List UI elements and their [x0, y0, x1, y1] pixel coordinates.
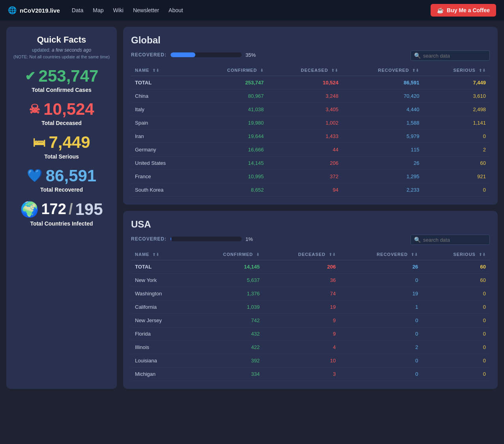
cell-serious: 0 [422, 341, 490, 354]
cell-recovered: 1,588 [342, 116, 423, 130]
cell-name: France [131, 170, 195, 183]
cell-deceased: 1,002 [268, 116, 342, 130]
recovered-label: Total Recovered [13, 187, 111, 193]
cell-serious: 0 [422, 287, 490, 300]
usa-col-deceased: DECEASED ⬆⬇ [264, 249, 340, 260]
cell-serious: 60 [422, 260, 490, 274]
serious-value: 🛏 7,449 [13, 133, 111, 151]
cell-serious: 0 [422, 327, 490, 341]
global-search-box[interactable]: 🔍 [410, 50, 490, 61]
cell-serious: 0 [422, 354, 490, 368]
confirmed-value: ✔ 253,747 [13, 67, 111, 85]
cell-recovered: 86,591 [342, 76, 423, 90]
nav-wiki[interactable]: Wiki [113, 7, 124, 13]
cell-confirmed: 334 [189, 368, 264, 381]
countries-label: Total Countries Infected [13, 220, 111, 227]
table-row: Illinois 422 4 2 0 [131, 341, 490, 354]
nav-brand[interactable]: 🌐 nCoV2019.live [8, 6, 60, 15]
global-recovered-bar: RECOVERED: 35% [131, 52, 256, 58]
nav-about[interactable]: About [169, 7, 183, 13]
usa-panel: USA RECOVERED: 1% 🔍 [123, 211, 498, 389]
cell-confirmed: 19,644 [195, 130, 268, 143]
cell-serious: 0 [422, 300, 490, 314]
nav-newsletter[interactable]: Newsletter [133, 7, 159, 13]
table-row: New York 5,637 36 0 60 [131, 274, 490, 287]
global-bar-fill [170, 52, 195, 57]
cell-confirmed: 8,652 [195, 183, 268, 197]
cell-name: United States [131, 157, 195, 170]
serious-stat: 🛏 7,449 Total Serious [13, 133, 111, 159]
cell-deceased: 74 [264, 287, 340, 300]
usa-search-input[interactable] [423, 237, 486, 243]
cell-recovered: 26 [342, 157, 423, 170]
cell-recovered: 0 [340, 314, 422, 327]
usa-search-box[interactable]: 🔍 [410, 235, 490, 245]
global-table-body: TOTAL 253,747 10,524 86,591 7,449 China … [131, 76, 490, 197]
cell-deceased: 9 [264, 314, 340, 327]
cell-name: TOTAL [131, 260, 189, 274]
table-row: South Korea 8,652 94 2,233 0 [131, 183, 490, 197]
cell-recovered: 2 [340, 341, 422, 354]
cell-confirmed: 14,145 [189, 260, 264, 274]
global-search-input[interactable] [423, 53, 486, 59]
usa-recovered-pct: 1% [245, 236, 253, 242]
cell-deceased: 372 [268, 170, 342, 183]
cell-deceased: 44 [268, 143, 342, 157]
cell-recovered: 26 [340, 260, 422, 274]
table-row: California 1,039 19 1 0 [131, 300, 490, 314]
cell-deceased: 19 [264, 300, 340, 314]
cell-recovered: 0 [340, 274, 422, 287]
cell-confirmed: 80,967 [195, 90, 268, 103]
cell-serious: 921 [423, 170, 490, 183]
table-row: Spain 19,980 1,002 1,588 1,141 [131, 116, 490, 130]
cell-name: Iran [131, 130, 195, 143]
cell-name: TOTAL [131, 76, 195, 90]
check-icon: ✔ [25, 69, 36, 83]
cell-serious: 0 [423, 183, 490, 197]
cell-deceased: 3 [264, 368, 340, 381]
global-bar-track [170, 52, 242, 57]
confirmed-label: Total Confirmed Cases [13, 87, 111, 93]
skull-icon: ☠ [29, 103, 40, 116]
usa-title: USA [131, 219, 490, 230]
cell-name: Germany [131, 143, 195, 157]
cell-deceased: 3,405 [268, 103, 342, 116]
cell-confirmed: 19,980 [195, 116, 268, 130]
table-row: China 80,967 3,248 70,420 3,610 [131, 90, 490, 103]
cell-name: Washington [131, 287, 189, 300]
deceased-value: ☠ 10,524 [13, 100, 111, 118]
col-name: NAME ⬆⬇ [131, 65, 195, 76]
usa-table: NAME ⬆⬇ CONFIRMED ⬇ DECEASED ⬆⬇ RECOVERE… [131, 249, 490, 381]
cell-recovered: 1 [340, 300, 422, 314]
recovered-value: 💙 86,591 [13, 167, 111, 185]
cell-name: Illinois [131, 341, 189, 354]
cell-confirmed: 392 [189, 354, 264, 368]
col-confirmed: CONFIRMED ⬇ [195, 65, 268, 76]
countries-stat-block: 🌍 172 / 195 Total Countries Infected [13, 200, 111, 227]
cell-deceased: 4 [264, 341, 340, 354]
global-title: Global [131, 35, 490, 46]
cell-deceased: 206 [264, 260, 340, 274]
cell-name: California [131, 300, 189, 314]
cell-name: Louisiana [131, 354, 189, 368]
update-note: (NOTE: Not all countries update at the s… [13, 54, 111, 59]
cell-serious: 2,498 [423, 103, 490, 116]
cell-confirmed: 742 [189, 314, 264, 327]
cell-name: Florida [131, 327, 189, 341]
global-panel: Global RECOVERED: 35% 🔍 [123, 27, 498, 205]
serious-label: Total Serious [13, 153, 111, 160]
table-row: Italy 41,038 3,405 4,440 2,498 [131, 103, 490, 116]
nav-data[interactable]: Data [72, 7, 84, 13]
quick-facts-panel: Quick Facts updated: a few seconds ago (… [6, 27, 117, 389]
cell-confirmed: 422 [189, 341, 264, 354]
coffee-button[interactable]: ☕ Buy Me a Coffee [431, 4, 496, 17]
usa-col-recovered: RECOVERED ⬆⬇ [340, 249, 422, 260]
cell-recovered: 5,979 [342, 130, 423, 143]
countries-value: 🌍 172 / 195 [13, 200, 111, 219]
heart-icon: 💙 [27, 169, 43, 183]
nav-map[interactable]: Map [93, 7, 103, 13]
search-icon: 🔍 [414, 52, 421, 59]
cell-deceased: 1,433 [268, 130, 342, 143]
table-row: United States 14,145 206 26 60 [131, 157, 490, 170]
global-recovered-pct: 35% [245, 52, 256, 58]
